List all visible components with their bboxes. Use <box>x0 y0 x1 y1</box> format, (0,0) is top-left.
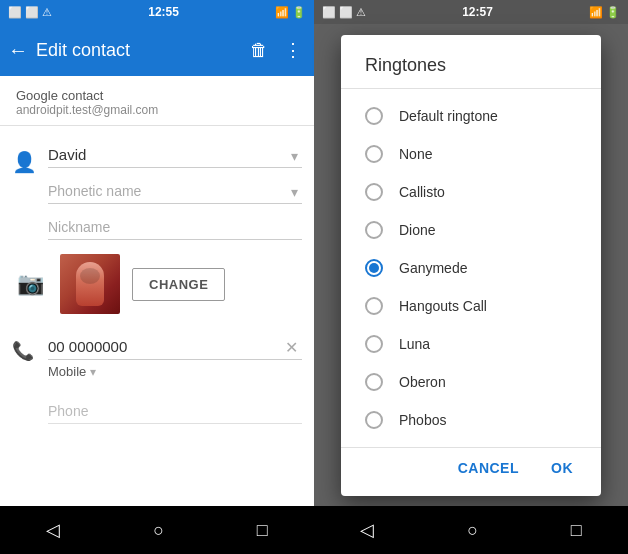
left-time: 12:55 <box>148 5 179 19</box>
radio-none[interactable] <box>365 145 383 163</box>
notification-icons: ⬜ ⬜ ⚠ <box>8 6 52 19</box>
ringtone-label-luna: Luna <box>399 336 430 352</box>
wifi-icon: 📶 <box>275 6 289 19</box>
right-time: 12:57 <box>462 5 493 19</box>
ringtone-list: Default ringtone None Callisto Dione <box>341 89 601 447</box>
ringtone-label-dione: Dione <box>399 222 436 238</box>
add-phone-field <box>48 395 302 424</box>
radio-ganymede-inner <box>369 263 379 273</box>
person-icon: 👤 <box>12 134 48 174</box>
phonetic-name-input[interactable] <box>48 170 302 204</box>
right-signal-icons: 📶 🔋 <box>589 6 620 19</box>
nickname-field <box>48 206 302 240</box>
ringtone-label-oberon: Oberon <box>399 374 446 390</box>
phonetic-dropdown-icon[interactable]: ▾ <box>291 184 298 200</box>
radio-hangouts[interactable] <box>365 297 383 315</box>
ringtone-item-callisto[interactable]: Callisto <box>341 173 601 211</box>
nav-recent-button[interactable]: □ <box>257 520 268 541</box>
name-fields: ▾ ▾ <box>48 134 302 242</box>
photo-row: 📷 CHANGE <box>0 246 314 322</box>
contact-email: androidpit.test@gmail.com <box>16 103 298 117</box>
ringtone-item-dione[interactable]: Dione <box>341 211 601 249</box>
ringtone-item-default[interactable]: Default ringtone <box>341 97 601 135</box>
ringtone-label-hangouts: Hangouts Call <box>399 298 487 314</box>
left-status-bar: ⬜ ⬜ ⚠ 12:55 📶 🔋 <box>0 0 314 24</box>
radio-ganymede[interactable] <box>365 259 383 277</box>
radio-luna[interactable] <box>365 335 383 353</box>
name-dropdown-icon[interactable]: ▾ <box>291 148 298 164</box>
phone-type-row: Mobile ▾ <box>48 364 302 379</box>
toolbar: ← Edit contact 🗑 ⋮ <box>0 24 314 76</box>
ok-button[interactable]: OK <box>539 452 585 484</box>
phone-type-label: Mobile <box>48 364 86 379</box>
phonetic-name-field: ▾ <box>48 170 302 204</box>
phone-fields: ✕ Mobile ▾ <box>48 326 302 379</box>
dialog-actions: CANCEL OK <box>341 447 601 488</box>
phone-type-dropdown-icon[interactable]: ▾ <box>90 365 96 379</box>
ringtone-item-luna[interactable]: Luna <box>341 325 601 363</box>
first-name-input[interactable] <box>48 134 302 168</box>
change-photo-button[interactable]: CHANGE <box>132 268 225 301</box>
ringtone-label-none: None <box>399 146 432 162</box>
ringtone-item-hangouts[interactable]: Hangouts Call <box>341 287 601 325</box>
radio-default[interactable] <box>365 107 383 125</box>
right-status-icons: ⬜ ⬜ ⚠ <box>322 6 366 19</box>
nav-home-button[interactable]: ○ <box>153 520 164 541</box>
nickname-input[interactable] <box>48 206 302 240</box>
radio-dione[interactable] <box>365 221 383 239</box>
radio-oberon[interactable] <box>365 373 383 391</box>
name-row: 👤 ▾ ▾ <box>0 130 314 246</box>
ringtone-label-default: Default ringtone <box>399 108 498 124</box>
right-status-bar: ⬜ ⬜ ⚠ 12:57 📶 🔋 <box>314 0 628 24</box>
more-button[interactable]: ⋮ <box>280 35 306 65</box>
phone-row: 📞 ✕ Mobile ▾ <box>0 322 314 383</box>
dialog-backdrop: Ringtones Default ringtone None Callisto… <box>314 24 628 506</box>
camera-icon: 📷 <box>12 271 48 297</box>
right-panel: ⬜ ⬜ ⚠ 12:57 📶 🔋 Ringtones Default ringto… <box>314 0 628 554</box>
phone-number-field: ✕ <box>48 326 302 360</box>
ringtone-item-oberon[interactable]: Oberon <box>341 363 601 401</box>
ringtone-item-phobos[interactable]: Phobos <box>341 401 601 439</box>
left-nav-bar: ◁ ○ □ <box>0 506 314 554</box>
right-notification-icons: ⬜ ⬜ ⚠ <box>322 6 366 18</box>
ringtone-item-ganymede[interactable]: Ganymede <box>341 249 601 287</box>
finger-shape <box>76 262 104 306</box>
radio-phobos[interactable] <box>365 411 383 429</box>
ringtone-item-none[interactable]: None <box>341 135 601 173</box>
ringtone-label-callisto: Callisto <box>399 184 445 200</box>
right-battery-icon: 🔋 <box>606 6 620 18</box>
phone-number-input[interactable] <box>48 326 302 360</box>
toolbar-title: Edit contact <box>36 40 238 61</box>
left-panel: ⬜ ⬜ ⚠ 12:55 📶 🔋 ← Edit contact 🗑 ⋮ Googl… <box>0 0 314 554</box>
radio-callisto[interactable] <box>365 183 383 201</box>
back-button[interactable]: ← <box>8 39 28 62</box>
cancel-button[interactable]: CANCEL <box>446 452 531 484</box>
nav-back-button[interactable]: ◁ <box>46 519 60 541</box>
phone-icon: 📞 <box>12 326 48 362</box>
add-phone-row <box>0 383 314 428</box>
dialog-title: Ringtones <box>341 35 601 89</box>
right-nav-bar: ◁ ○ □ <box>314 506 628 554</box>
right-nav-back-button[interactable]: ◁ <box>360 519 374 541</box>
photo-thumb-inner <box>60 254 120 314</box>
contact-type: Google contact <box>16 88 298 103</box>
right-nav-home-button[interactable]: ○ <box>467 520 478 541</box>
left-status-icons: ⬜ ⬜ ⚠ <box>8 6 52 19</box>
delete-button[interactable]: 🗑 <box>246 36 272 65</box>
ringtone-label-ganymede: Ganymede <box>399 260 467 276</box>
left-signal-icons: 📶 🔋 <box>275 6 306 19</box>
clear-phone-icon[interactable]: ✕ <box>285 338 298 357</box>
right-nav-recent-button[interactable]: □ <box>571 520 582 541</box>
contact-info: Google contact androidpit.test@gmail.com <box>0 76 314 126</box>
ringtones-dialog: Ringtones Default ringtone None Callisto… <box>341 35 601 496</box>
first-name-field: ▾ <box>48 134 302 168</box>
ringtone-label-phobos: Phobos <box>399 412 446 428</box>
right-wifi-icon: 📶 <box>589 6 603 18</box>
photo-thumbnail[interactable] <box>60 254 120 314</box>
add-phone-input[interactable] <box>48 395 302 424</box>
form-area: 👤 ▾ ▾ 📷 <box>0 126 314 506</box>
battery-icon: 🔋 <box>292 6 306 19</box>
